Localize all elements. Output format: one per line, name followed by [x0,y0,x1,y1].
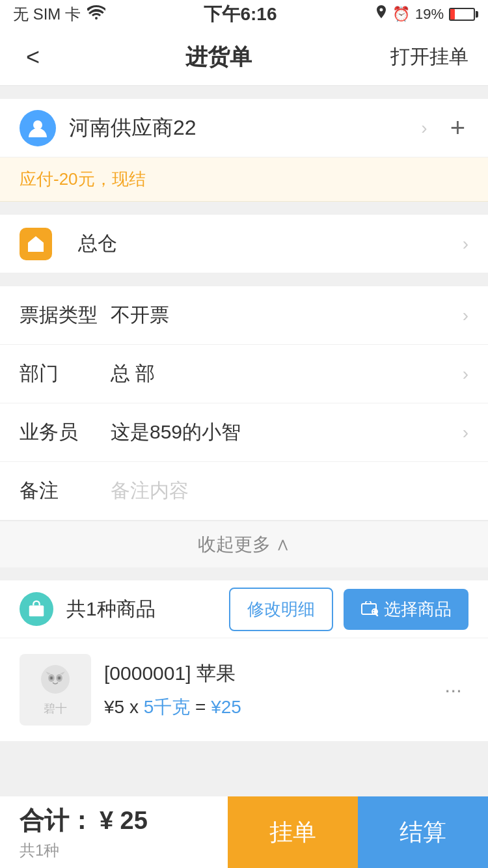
department-value: 总 部 [98,360,463,387]
svg-rect-1 [33,247,38,252]
product-count-label: 共1种商品 [66,596,229,623]
section-gap-4 [0,567,488,580]
product-header: 共1种商品 修改明细 选择商品 [0,580,488,638]
total-amount: 合计： ¥ 25 [20,804,208,837]
open-pending-button[interactable]: 打开挂单 [390,44,468,70]
salesperson-value: 这是859的小智 [98,419,463,446]
svg-rect-2 [29,605,44,616]
warehouse-label: 总仓 [65,230,463,257]
invoice-label: 票据类型 [20,302,98,329]
salesperson-label: 业务员 [20,419,98,446]
edit-detail-button[interactable]: 修改明细 [229,588,333,631]
bottom-bar: 合计： ¥ 25 共1种 挂单 结算 [0,796,488,868]
supplier-name: 河南供应商22 [69,114,421,142]
supplier-row[interactable]: 河南供应商22 › + [0,99,488,157]
back-button[interactable]: < [20,37,46,77]
section-gap-3 [0,273,488,286]
warehouse-icon [20,228,52,260]
total-count: 共1种 [20,840,208,861]
checkout-button[interactable]: 结算 [358,796,488,868]
remark-label: 备注 [20,478,98,504]
carrier-label: 无 SIM 卡 [13,4,81,25]
wifi-icon [87,5,105,23]
status-left: 无 SIM 卡 [13,4,105,25]
department-row[interactable]: 部门 总 部 › [0,345,488,403]
warehouse-chevron-icon: › [463,234,468,254]
supplier-alert-banner: 应付-20元，现结 [0,157,488,202]
warehouse-row[interactable]: 总仓 › [0,215,488,273]
product-more-button[interactable]: ··· [438,671,468,709]
section-gap-1 [0,86,488,99]
supplier-avatar [20,110,56,146]
product-price: ¥5 x 5千克 = ¥25 [104,695,425,720]
invoice-chevron-icon: › [463,305,468,326]
product-name: [0000001] 苹果 [104,660,425,687]
battery-label: 19% [415,6,444,23]
battery-icon [449,8,475,21]
alarm-icon: ⏰ [392,6,410,23]
suspend-button[interactable]: 挂单 [228,796,358,868]
location-icon [375,5,387,23]
status-bar: 无 SIM 卡 下午6:16 ⏰ 19% [0,0,488,29]
remark-row[interactable]: 备注 备注内容 [0,462,488,521]
remark-placeholder: 备注内容 [98,478,468,504]
total-label: 合计： [20,807,94,834]
status-right: ⏰ 19% [375,5,475,23]
product-thumbnail: 碧十 [20,654,91,726]
svg-point-14 [59,677,61,679]
select-product-label: 选择商品 [384,598,452,621]
product-icon [20,592,53,626]
select-product-button[interactable]: 选择商品 [344,589,468,630]
add-supplier-button[interactable]: + [447,113,468,142]
total-value: ¥ 25 [100,807,148,834]
invoice-row[interactable]: 票据类型 不开票 › [0,286,488,345]
bottom-padding [0,741,488,767]
department-chevron-icon: › [463,364,468,385]
section-gap-2 [0,202,488,215]
nav-bar: < 进货单 打开挂单 [0,29,488,86]
product-item: 碧十 [0000001] 苹果 ¥5 x 5千克 = ¥25 ··· [0,638,488,741]
page-title: 进货单 [185,42,252,72]
svg-point-8 [41,665,70,694]
svg-point-0 [33,120,42,129]
product-info: [0000001] 苹果 ¥5 x 5千克 = ¥25 [104,660,425,720]
department-label: 部门 [20,360,98,387]
invoice-value: 不开票 [98,302,463,329]
svg-point-13 [51,677,53,679]
collapse-button[interactable]: 收起更多 ∧ [0,521,488,567]
supplier-chevron-icon: › [421,118,427,139]
salesperson-row[interactable]: 业务员 这是859的小智 › [0,403,488,462]
salesperson-chevron-icon: › [463,422,468,443]
status-time: 下午6:16 [204,2,277,27]
total-section: 合计： ¥ 25 共1种 [0,796,228,868]
